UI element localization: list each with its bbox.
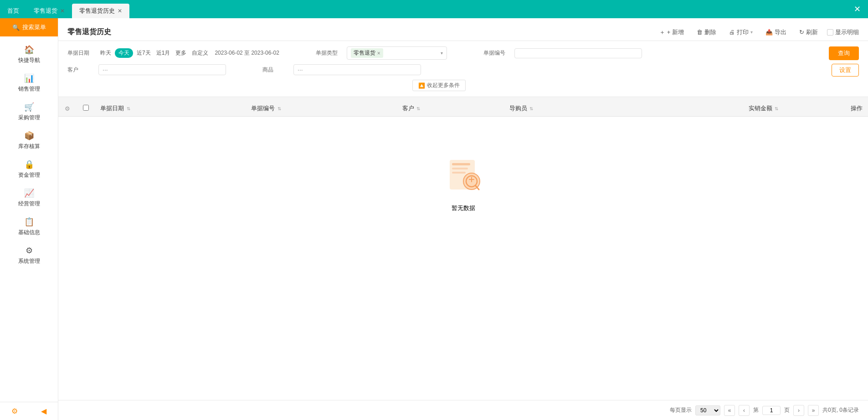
refresh-button[interactable]: ↻ 刷新: [796, 26, 822, 38]
tab-home-label: 首页: [7, 7, 19, 15]
base-info-icon: 📋: [24, 217, 34, 227]
date-option-custom[interactable]: 自定义: [190, 48, 210, 58]
sidebar-item-purchase-label: 采购管理: [18, 114, 40, 122]
sidebar-audio-icon[interactable]: ◀: [41, 407, 46, 415]
date-option-yesterday[interactable]: 昨天: [98, 48, 113, 58]
customer-dots-icon: ···: [103, 66, 108, 73]
table-col-amount-sort-icon[interactable]: ⇅: [775, 106, 778, 111]
page-info-label: 第: [753, 406, 759, 414]
sidebar-item-system-label: 系统管理: [18, 257, 40, 265]
goods-filter-item: 商品 ···: [262, 64, 421, 75]
page-number-input[interactable]: [762, 406, 781, 415]
table-col-number-label: 单据编号: [251, 105, 275, 112]
sidebar-settings-icon[interactable]: ⚙: [11, 407, 18, 415]
sidebar-item-base-info[interactable]: 📋 基础信息: [0, 212, 58, 241]
tab-home[interactable]: 首页: [0, 4, 26, 18]
last-page-button[interactable]: »: [808, 405, 819, 416]
search-menu-button[interactable]: 🔍 搜索菜单: [0, 18, 58, 36]
type-filter-select[interactable]: 零售退货 × ▾: [347, 46, 447, 60]
customer-filter-item: 客户 ···: [67, 64, 226, 75]
refresh-label: 刷新: [806, 28, 818, 36]
sidebar-item-inventory-label: 库存核算: [18, 143, 40, 150]
next-page-button[interactable]: ›: [793, 405, 804, 416]
search-menu-label: 搜索菜单: [22, 23, 46, 31]
sidebar-item-purchase[interactable]: 🛒 采购管理: [0, 97, 58, 126]
sidebar-item-inventory[interactable]: 📦 库存核算: [0, 126, 58, 155]
empty-state-text: 暂无数据: [452, 204, 475, 212]
sidebar-item-finance[interactable]: 🔒 资金管理: [0, 155, 58, 184]
sidebar-item-quick-nav[interactable]: 🏠 快捷导航: [0, 40, 58, 69]
window-close-button[interactable]: ✕: [847, 4, 868, 14]
print-button[interactable]: 🖨 打印 ▾: [725, 26, 756, 38]
date-option-1month[interactable]: 近1月: [154, 48, 172, 58]
export-button[interactable]: 📤 导出: [762, 26, 790, 38]
number-filter-label: 单据编号: [483, 49, 511, 57]
customer-filter-input[interactable]: ···: [98, 64, 226, 75]
type-filter-tag-remove[interactable]: ×: [377, 50, 380, 56]
sidebar-item-system[interactable]: ⚙ 系统管理: [0, 241, 58, 270]
table-col-customer-sort-icon[interactable]: ⇅: [416, 106, 420, 111]
print-icon: 🖨: [729, 29, 735, 36]
table-col-action: 操作: [784, 101, 868, 117]
table-col-date-sort-icon[interactable]: ⇅: [127, 106, 130, 111]
collapse-button[interactable]: 🔼 收起更多条件: [412, 80, 466, 91]
table-col-guide: 导购员 ⇅: [504, 101, 633, 117]
date-option-more[interactable]: 更多: [174, 48, 188, 58]
goods-filter-label: 商品: [262, 66, 290, 74]
type-filter-tag-text: 零售退货: [354, 49, 375, 57]
sales-icon: 📊: [24, 73, 34, 83]
sidebar-item-base-info-label: 基础信息: [18, 229, 40, 236]
sidebar-item-quick-nav-label: 快捷导航: [18, 56, 40, 64]
tab-retail-return-history[interactable]: 零售退货历史 ✕: [72, 4, 129, 18]
prev-page-button[interactable]: ‹: [739, 405, 750, 416]
table-container: ⚙ 单据日期 ⇅ 单据编号 ⇅: [58, 101, 868, 400]
table-col-customer-label: 客户: [402, 105, 414, 112]
table-col-number-sort-icon[interactable]: ⇅: [277, 106, 281, 111]
table-settings-col: ⚙: [58, 101, 77, 117]
table-area: ⚙ 单据日期 ⇅ 单据编号 ⇅: [58, 101, 868, 420]
first-page-button[interactable]: «: [724, 405, 735, 416]
delete-label: 删除: [704, 28, 716, 36]
business-icon: 📈: [24, 188, 34, 198]
table-select-all-checkbox[interactable]: [83, 105, 89, 111]
sidebar-item-business-label: 经营管理: [18, 200, 40, 208]
quick-nav-icon: 🏠: [24, 45, 34, 55]
page-size-select[interactable]: 50 100 200: [695, 405, 720, 415]
export-label: 导出: [775, 28, 786, 36]
filter-row-2: 客户 ··· 商品 ···: [67, 64, 811, 75]
sidebar-bottom: ⚙ ◀: [0, 402, 58, 420]
tab-retail-return-label: 零售退货: [34, 7, 57, 15]
total-info-text: 共0页, 0条记录: [822, 406, 859, 414]
query-button[interactable]: 查询: [829, 46, 859, 60]
print-chevron-icon: ▾: [750, 30, 753, 35]
tab-retail-return[interactable]: 零售退货 ✕: [26, 4, 72, 18]
tab-retail-return-close[interactable]: ✕: [60, 8, 65, 14]
delete-icon: 🗑: [697, 29, 703, 36]
tab-retail-return-history-close[interactable]: ✕: [118, 8, 122, 14]
date-option-7days[interactable]: 近7天: [135, 48, 153, 58]
new-button[interactable]: ＋ + 新增: [656, 26, 688, 38]
display-detail-label: 显示明细: [835, 28, 859, 36]
table-col-guide-sort-icon[interactable]: ⇅: [529, 106, 533, 111]
tab-list: 首页 零售退货 ✕ 零售退货历史 ✕: [0, 0, 847, 18]
table-col-action-label: 操作: [851, 105, 863, 112]
number-filter-input[interactable]: [514, 48, 642, 58]
display-detail-toggle[interactable]: 显示明细: [827, 28, 859, 36]
goods-filter-input[interactable]: ···: [293, 64, 421, 75]
table-settings-icon[interactable]: ⚙: [65, 105, 70, 112]
table-col-date: 单据日期 ⇅: [95, 101, 246, 117]
display-detail-checkbox[interactable]: [827, 29, 833, 36]
system-icon: ⚙: [26, 246, 33, 256]
table-col-amount-label: 实销金额: [749, 105, 772, 112]
empty-state: 暂无数据: [58, 117, 868, 249]
sidebar-item-business[interactable]: 📈 经营管理: [0, 184, 58, 212]
sidebar-item-finance-label: 资金管理: [18, 171, 40, 179]
svg-rect-2: [452, 168, 468, 169]
date-option-today[interactable]: 今天: [115, 48, 133, 58]
filter-settings-button[interactable]: 设置: [832, 64, 859, 77]
pagination: 每页显示 50 100 200 « ‹ 第 页 › » 共0页, 0条记录: [58, 400, 868, 420]
sidebar-item-sales[interactable]: 📊 销售管理: [0, 69, 58, 97]
delete-button[interactable]: 🗑 删除: [693, 26, 720, 38]
sidebar-item-sales-label: 销售管理: [18, 85, 40, 93]
collapse-more-area: 🔼 收起更多条件: [67, 80, 811, 91]
